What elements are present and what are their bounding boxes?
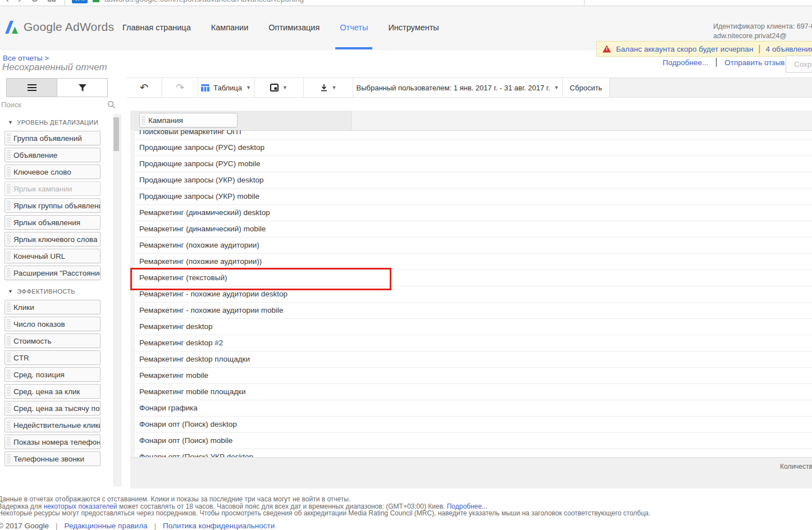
adwords-logo[interactable]: Google AdWords [4,20,114,34]
table-icon [201,84,209,92]
field-chip-keyword[interactable]: Ключевое слово [4,165,101,179]
browser-back-icon[interactable]: ‹ [6,0,9,6]
field-chip-ad-group[interactable]: Группа объявлений [4,131,101,145]
drag-handle-icon [7,387,11,396]
campaign-column-chip[interactable]: Кампания [139,113,238,127]
field-chip-invalid-clicks[interactable]: Недействительные клики [4,418,101,432]
chart-type-dropdown[interactable]: Таблица ▼ [198,78,254,97]
table-row[interactable]: Ремаркетинг - похожие аудитории mobile [135,303,812,319]
tab-home[interactable]: Главная страница [122,6,191,49]
section-detail-level[interactable]: ▼ УРОВЕНЬ ДЕТАЛИЗАЦИИ [0,113,122,129]
field-chip-campaign-label[interactable]: Ярлык кампании [4,181,101,196]
table-row[interactable]: Ремаркетинг desktop [135,319,812,335]
table-row[interactable]: Ремаркетинг desktop площадки [135,351,812,368]
table-row[interactable]: Поисковый ремаркетинг ОПТ [135,130,812,140]
segment-dropdown-button[interactable]: ▼ [254,78,304,97]
table-row[interactable]: Фонари опт (Поиск) УКР desktop [135,449,812,458]
drag-handle-icon [7,184,11,194]
browser-forward-icon[interactable]: › [18,0,21,6]
all-reports-link[interactable]: Все отчеты > [3,54,49,62]
address-bar[interactable]: VPN adwords.google.com/reports/advanced/… [65,0,585,6]
table-row[interactable]: Продающие запросы (РУС) desktop [135,140,812,156]
account-warning-banner: Баланс аккаунта скоро будет исчерпан | 4… [596,41,812,57]
field-chip-final-url[interactable]: Конечный URL [4,249,101,263]
field-chip-impressions[interactable]: Число показов [4,317,101,331]
date-range-selector[interactable]: Выбранный пользователем: 1 янв. 2017 г. … [353,78,563,97]
list-icon [28,84,37,91]
send-feedback-link[interactable]: Отправить отзыв [724,58,784,67]
extension-icon[interactable] [93,0,99,2]
chart-type-label: Таблица [213,84,242,92]
empty-column-header [352,111,812,130]
column-label: Кампания [148,116,183,125]
section-performance[interactable]: ▼ ЭФФЕКТИВНОСТЬ [0,282,122,298]
drag-handle-icon [7,303,11,312]
field-chip-ad-label[interactable]: Ярлык объявления [4,215,101,230]
main-nav: Главная страница Кампании Оптимизация От… [122,6,439,49]
balance-warning-link[interactable]: Баланс аккаунта скоро будет исчерпан [616,45,753,53]
field-chip-phone-calls[interactable]: Телефонные звонки [4,451,101,466]
table-row[interactable]: Ремаркетинг mobile площадки [135,384,812,400]
save-button[interactable]: Сохра [786,56,812,73]
vpn-extension-icon[interactable]: VPN [72,0,88,3]
browser-chrome: ‹ › ↻ VPN adwords.google.com/reports/adv… [0,0,812,6]
more-details-link[interactable]: Подробнее... [663,58,708,67]
field-chip-distance-ext[interactable]: Расширения "Расстояние [4,266,101,280]
copy-separator: | [154,522,157,530]
chevron-down-icon: ▼ [332,85,337,90]
field-chip-avg-cpm[interactable]: Сред. цена за тысячу пока [4,401,101,415]
table-row[interactable]: Продающие запросы (УКР) mobile [135,189,812,205]
chevron-down-icon: ▼ [282,85,288,90]
table-row[interactable]: Ремаркетинг (похожие аудитории) [135,237,812,254]
table-row[interactable]: Фонари опт (Поиск) mobile [135,433,812,449]
undo-button[interactable]: ↶ [126,78,162,97]
drag-handle-icon [7,268,11,278]
table-row[interactable]: Продающие запросы (УКР) desktop [135,172,812,189]
table-row[interactable]: Продающие запросы (РУС) mobile [135,156,812,172]
field-chip-phone-impressions[interactable]: Показы номера телефона [4,435,101,449]
table-row[interactable]: Ремаркетинг (динамический) mobile [135,221,812,237]
drag-handle-icon [7,235,11,244]
field-chip-ad[interactable]: Объявление [4,148,101,162]
field-chip-cost[interactable]: Стоимость [4,333,101,348]
field-chip-keyword-label[interactable]: Ярлык ключевого слова [4,232,101,246]
sidebar-scrollbar[interactable] [113,115,121,486]
privacy-policy-link[interactable]: Политика конфиденциальности [163,522,275,530]
logo-text: Google AdWords [24,20,114,34]
table-row[interactable]: Ремаркетинг (динамический) desktop [135,205,812,221]
table-left-gutter [130,130,135,458]
client-info: Идентификатор клиента: 697-0 adw.nitecor… [713,22,812,41]
fields-list-toggle-button[interactable] [6,78,57,97]
tab-optimization[interactable]: Оптимизация [268,6,320,49]
table-row[interactable]: Фонари опт (Поиск) desktop [135,417,812,433]
field-chip-clicks[interactable]: Клики [4,300,101,314]
sidebar-search[interactable]: Поиск [0,97,122,114]
table-row[interactable]: Ремаркетинг desktop #2 [135,335,812,351]
section-title: УРОВЕНЬ ДЕТАЛИЗАЦИИ [17,119,98,126]
calendar-icon [270,84,279,92]
chevron-down-icon: ▼ [554,85,559,90]
drag-handle-icon [7,353,11,363]
field-chip-adgroup-label[interactable]: Ярлык группы объявлений [4,198,101,213]
table-row[interactable]: Фонари графика [135,400,812,417]
banner-separator: | [758,44,760,54]
browser-apps-grid-icon[interactable] [48,0,56,4]
table-row[interactable]: Ремаркетинг mobile [135,368,812,384]
filter-toggle-button[interactable] [57,78,108,97]
tab-tools[interactable]: Инструменты [388,6,439,49]
field-chip-avg-position[interactable]: Сред. позиция [4,367,101,382]
client-email: adw.nitecore.privat24@ [713,31,812,41]
browser-refresh-icon[interactable]: ↻ [30,0,39,6]
redo-button[interactable]: ↷ [162,78,198,97]
tab-reports[interactable]: Отчеты [340,6,368,49]
reset-button[interactable]: Сбросить [563,78,610,97]
field-chip-avg-cpc[interactable]: Сред. цена за клик [4,384,101,399]
field-chip-ctr[interactable]: CTR [4,350,101,365]
tab-campaigns[interactable]: Кампании [211,6,249,49]
drag-handle-icon [7,319,11,329]
drag-handle-icon [7,454,11,464]
editorial-guidelines-link[interactable]: Редакционные правила [65,522,148,530]
disapproved-ads-link[interactable]: 4 объявления отк [766,45,812,53]
scrollbar-thumb[interactable] [113,117,119,151]
download-dropdown-button[interactable]: ▼ [304,78,353,97]
